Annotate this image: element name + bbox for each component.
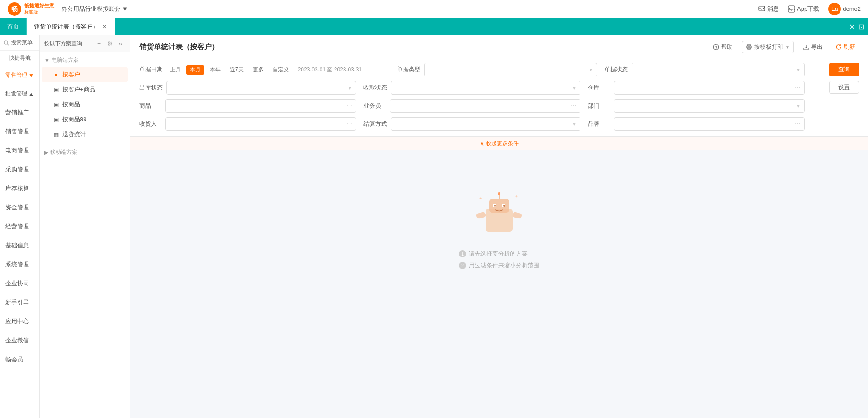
- payment-status-selector[interactable]: ▼: [391, 81, 580, 95]
- sidebar-item-marketing[interactable]: 营销推广: [2, 104, 38, 121]
- product-selector[interactable]: ···: [165, 99, 356, 113]
- svg-rect-10: [748, 44, 750, 46]
- sidebar-search[interactable]: 搜索菜单: [0, 35, 39, 51]
- filter-brand: 品牌 ···: [588, 117, 805, 131]
- svg-point-16: [494, 205, 496, 207]
- sidebar-item-system[interactable]: 系统管理: [2, 256, 38, 273]
- company-selector[interactable]: 办公用品行业模拟账套 ▼: [58, 5, 132, 13]
- query-button[interactable]: 查询: [829, 63, 859, 76]
- logo-area: 畅 畅捷通好生意 标账版: [7, 2, 54, 16]
- desktop-section-label: ▼ 电脑端方案: [40, 54, 130, 67]
- ship-status-selector[interactable]: ▼: [166, 81, 356, 95]
- sidebar-item-member[interactable]: 畅会员: [2, 351, 38, 368]
- filter-area: 单据日期 上月 本月 本年 近7天 更多 自定义 2023-03-01 至 20…: [130, 57, 868, 137]
- collapse-up-icon: ∧: [480, 141, 484, 147]
- tab-close-button[interactable]: ✕: [101, 23, 108, 31]
- scheme-by-product[interactable]: ▣ 按商品: [42, 97, 128, 112]
- settlement-selector[interactable]: ▼: [391, 117, 580, 131]
- logo-text: 畅捷通好生意 标账版: [24, 2, 54, 15]
- date-last-7days[interactable]: 近7天: [226, 65, 247, 75]
- sidebar-item-operation[interactable]: 经营管理: [2, 218, 38, 235]
- scheme-by-customer-product[interactable]: ▣ 按客户+商品: [42, 82, 128, 97]
- sidebar-item-retail[interactable]: 零售管理 ▼: [2, 67, 38, 84]
- page-header: 销货单统计表（按客户） ? 帮助: [130, 35, 868, 57]
- tab-close-all[interactable]: ✕: [849, 23, 855, 31]
- wholesale-arrow-icon: ▲: [28, 91, 34, 97]
- filter-payment-status: 收款状态 ▼: [363, 81, 580, 95]
- help-button[interactable]: ? 帮助: [709, 41, 736, 53]
- warehouse-selector[interactable]: ···: [614, 81, 805, 95]
- filter-row-4: 收货人 ··· 结算方式 ▼: [139, 117, 859, 131]
- svg-text:✦: ✦: [515, 195, 518, 199]
- salesperson-ellipsis: ···: [571, 102, 576, 110]
- sidebar-item-wholesale[interactable]: 批发管理 ▲: [2, 86, 38, 102]
- tab-restore[interactable]: ⊡: [859, 23, 864, 31]
- empty-tip-1: 1 请先选择要分析的方案: [459, 250, 539, 258]
- brand-selector[interactable]: ···: [614, 117, 805, 131]
- scheme-by-product99[interactable]: ▣ 按商品99: [42, 112, 128, 127]
- date-custom[interactable]: 自定义: [269, 65, 292, 75]
- message-icon: [758, 5, 765, 13]
- message-button[interactable]: 消息: [758, 5, 779, 13]
- sidebar-item-finance[interactable]: 资金管理: [2, 199, 38, 216]
- svg-rect-13: [489, 199, 509, 213]
- settings-scheme-button[interactable]: ⚙: [105, 39, 114, 48]
- empty-tips: 1 请先选择要分析的方案 2 用过滤条件来缩小分析范围: [459, 250, 539, 273]
- filter-product: 商品 ···: [139, 99, 356, 113]
- doc-type-selector[interactable]: ▼: [424, 63, 597, 76]
- export-button[interactable]: 导出: [799, 41, 826, 53]
- retail-arrow-icon: ▼: [28, 72, 34, 79]
- doc-status-selector[interactable]: ▼: [632, 63, 805, 76]
- app-download-button[interactable]: App App下载: [788, 5, 819, 13]
- collapse-more-conditions[interactable]: ∧ 收起更多条件: [130, 137, 868, 150]
- date-this-year[interactable]: 本年: [206, 65, 224, 75]
- desktop-scheme-section: ▼ 电脑端方案 ● 按客户 ▣ 按客户+商品 ▣ 按商品 ▣ 按商品99: [40, 52, 130, 144]
- main-layout: 搜索菜单 快捷导航 零售管理 ▼ 批发管理 ▲ 营销推广 销售管理 电商管理 采…: [0, 35, 868, 418]
- scheme-by-customer[interactable]: ● 按客户: [42, 67, 128, 82]
- sidebar-item-purchase[interactable]: 采购管理: [2, 161, 38, 178]
- date-this-month[interactable]: 本月: [186, 65, 204, 75]
- refresh-button[interactable]: 刷新: [832, 41, 859, 53]
- svg-text:App: App: [788, 7, 795, 11]
- scheme-icon-3: ▣: [52, 101, 60, 108]
- sidebar-item-inventory[interactable]: 库存核算: [2, 180, 38, 197]
- mobile-section-label[interactable]: ▶ 移动端方案: [40, 146, 130, 159]
- warehouse-ellipsis: ···: [795, 84, 801, 92]
- print-icon: [746, 44, 752, 50]
- sidebar-item-collab[interactable]: 企业协同: [2, 275, 38, 292]
- sidebar-item-app-center[interactable]: 应用中心: [2, 313, 38, 330]
- collapse-panel-button[interactable]: «: [116, 39, 125, 48]
- department-selector[interactable]: ▼: [614, 99, 805, 113]
- date-range-display: 2023-03-01 至 2023-03-31: [298, 66, 362, 74]
- filter-actions: 查询 设置: [820, 57, 868, 99]
- search-icon: [4, 40, 9, 46]
- tab-sales-stats[interactable]: 销货单统计表（按客户） ✕: [27, 18, 115, 35]
- settings-button[interactable]: 设置: [829, 81, 859, 94]
- sidebar-item-basic[interactable]: 基础信息: [2, 237, 38, 254]
- sidebar-item-wechat[interactable]: 企业微信: [2, 332, 38, 349]
- sidebar-item-ecommerce[interactable]: 电商管理: [2, 142, 38, 159]
- filter-row-2: 出库状态 ▼ 收款状态 ▼: [139, 81, 859, 95]
- left-panel-actions: + ⚙ «: [94, 39, 125, 48]
- date-more[interactable]: 更多: [249, 65, 267, 75]
- filter-warehouse: 仓库 ···: [588, 81, 805, 95]
- product-ellipsis: ···: [346, 102, 352, 110]
- scheme-returns-stats[interactable]: ▦ 退货统计: [42, 127, 128, 142]
- ship-status-chevron: ▼: [348, 86, 352, 90]
- empty-tip-2: 2 用过滤条件来缩小分析范围: [459, 261, 539, 270]
- date-last-month[interactable]: 上月: [166, 65, 184, 75]
- sidebar-item-sales[interactable]: 销售管理: [2, 123, 38, 140]
- sidebar-item-newbie[interactable]: 新手引导: [2, 294, 38, 311]
- svg-text:✦: ✦: [479, 196, 482, 201]
- consignee-selector[interactable]: ···: [165, 117, 356, 131]
- print-button[interactable]: 按模板打印 ▼: [742, 41, 794, 53]
- filter-department: 部门 ▼: [588, 99, 805, 113]
- add-scheme-button[interactable]: +: [94, 39, 104, 48]
- svg-point-21: [498, 192, 500, 195]
- svg-point-5: [4, 41, 8, 44]
- salesperson-selector[interactable]: ···: [390, 99, 580, 113]
- tab-home[interactable]: 首页: [0, 18, 27, 35]
- filter-salesperson: 业务员 ···: [363, 99, 580, 113]
- svg-text:?: ?: [715, 45, 717, 50]
- user-profile[interactable]: Ea demo2: [828, 3, 861, 15]
